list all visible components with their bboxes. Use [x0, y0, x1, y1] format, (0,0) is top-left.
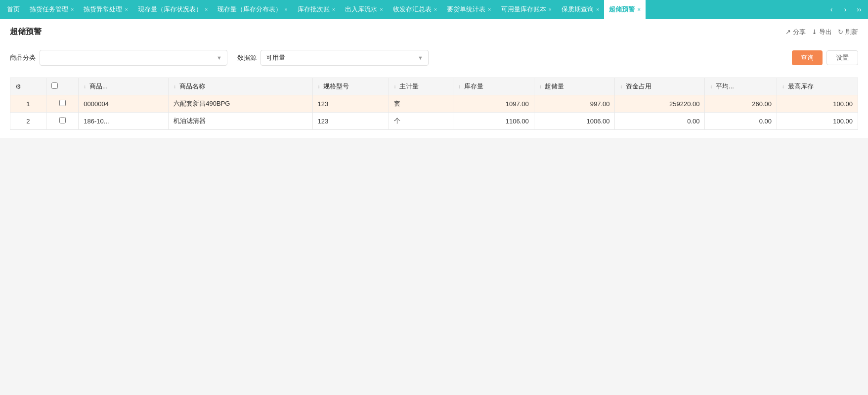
sort-icon: ↕	[174, 84, 176, 89]
nav-item-stock-dist[interactable]: 现存量（库存分布表） ×	[213, 0, 292, 19]
row-capital: 259220.00	[615, 95, 705, 113]
datasource-filter: 数据源 可用量 ▼	[237, 50, 429, 66]
nav-bar: 首页 拣货任务管理 × 拣货异常处理 × 现存量（库存状况表） × 现存量（库存…	[0, 0, 868, 19]
nav-item-order-stats[interactable]: 要货单统计表 ×	[442, 0, 496, 19]
row-checkbox-cell[interactable]	[46, 95, 79, 113]
table-row: 2 186-10... 机油滤清器 123 个 1106.00 1006.00 …	[10, 113, 858, 130]
row-checkbox-cell[interactable]	[46, 113, 79, 130]
sort-icon: ↕	[318, 84, 320, 89]
datasource-select-value: 可用量	[266, 53, 285, 62]
col-header-stock[interactable]: ↕ 库存量	[453, 78, 534, 95]
sort-icon: ↕	[84, 84, 86, 89]
row-over: 1006.00	[534, 113, 615, 130]
nav-item-stock-status[interactable]: 现存量（库存状况表） ×	[133, 0, 213, 19]
close-icon[interactable]: ×	[488, 6, 491, 12]
row-index: 2	[10, 113, 46, 130]
nav-item-home[interactable]: 首页	[2, 0, 25, 19]
settings-button[interactable]: 设置	[826, 50, 858, 65]
refresh-icon: ↻	[838, 28, 843, 36]
row-unit: 套	[389, 95, 453, 113]
col-header-over[interactable]: ↕ 超储量	[534, 78, 615, 95]
row-name: 六配套新昌490BPG	[169, 95, 312, 113]
category-label: 商品分类	[10, 53, 36, 62]
nav-item-batch[interactable]: 库存批次账 ×	[293, 0, 340, 19]
category-select[interactable]: ▼	[40, 50, 227, 66]
page-header: 超储预警 ↗ 分享 ⤓ 导出 ↻ 刷新	[10, 27, 858, 37]
row-over: 997.00	[534, 95, 615, 113]
row-name: 机油滤清器	[169, 113, 312, 130]
close-icon[interactable]: ×	[284, 6, 287, 12]
row-capital: 0.00	[615, 113, 705, 130]
close-icon[interactable]: ×	[332, 6, 335, 12]
nav-item-expiry[interactable]: 保质期查询 ×	[557, 0, 604, 19]
gear-icon[interactable]: ⚙	[15, 83, 21, 90]
header-actions: ↗ 分享 ⤓ 导出 ↻ 刷新	[785, 28, 858, 37]
nav-expand-button[interactable]: ››	[852, 0, 866, 19]
col-header-code[interactable]: ↕ 商品...	[79, 78, 169, 95]
query-button[interactable]: 查询	[792, 50, 823, 65]
main-content: 超储预警 ↗ 分享 ⤓ 导出 ↻ 刷新 商品分类 ▼ 数据源	[0, 19, 868, 138]
nav-prev-button[interactable]: ‹	[825, 0, 838, 19]
row-checkbox[interactable]	[59, 100, 66, 106]
close-icon[interactable]: ×	[125, 6, 128, 12]
page-title: 超储预警	[10, 27, 42, 37]
share-button[interactable]: ↗ 分享	[785, 28, 806, 37]
sort-icon: ↕	[539, 84, 542, 89]
col-header-checkbox[interactable]	[46, 78, 79, 95]
col-header-name[interactable]: ↕ 商品名称	[169, 78, 312, 95]
close-icon[interactable]: ×	[637, 6, 640, 12]
nav-item-inout[interactable]: 出入库流水 ×	[340, 0, 388, 19]
share-icon: ↗	[785, 28, 791, 36]
filter-actions: 查询 设置	[792, 50, 858, 65]
row-avg: 0.00	[705, 113, 777, 130]
row-stock: 1097.00	[453, 95, 534, 113]
close-icon[interactable]: ×	[596, 6, 599, 12]
row-spec: 123	[312, 95, 389, 113]
col-header-spec[interactable]: ↕ 规格型号	[312, 78, 389, 95]
nav-item-exception[interactable]: 拣货异常处理 ×	[79, 0, 132, 19]
export-button[interactable]: ⤓ 导出	[812, 28, 832, 37]
col-header-settings[interactable]: ⚙	[10, 78, 46, 95]
nav-arrows: ‹ › ››	[825, 0, 866, 19]
col-header-unit[interactable]: ↕ 主计量	[389, 78, 453, 95]
select-all-checkbox[interactable]	[51, 82, 58, 89]
row-checkbox[interactable]	[59, 117, 66, 123]
nav-item-summary[interactable]: 收发存汇总表 ×	[388, 0, 442, 19]
col-header-max[interactable]: ↕ 最高库存	[777, 78, 858, 95]
filter-row: 商品分类 ▼ 数据源 可用量 ▼ 查询 设置	[10, 45, 858, 71]
datasource-label: 数据源	[237, 53, 257, 62]
nav-item-task[interactable]: 拣货任务管理 ×	[25, 0, 79, 19]
chevron-down-icon: ▼	[217, 55, 222, 61]
sort-icon: ↕	[710, 84, 712, 89]
row-avg: 260.00	[705, 95, 777, 113]
sort-icon: ↕	[782, 84, 784, 89]
close-icon[interactable]: ×	[205, 6, 208, 12]
refresh-button[interactable]: ↻ 刷新	[838, 28, 858, 37]
row-spec: 123	[312, 113, 389, 130]
datasource-select[interactable]: 可用量 ▼	[260, 50, 429, 66]
row-stock: 1106.00	[453, 113, 534, 130]
sort-icon: ↕	[394, 84, 396, 89]
table-row: 1 0000004 六配套新昌490BPG 123 套 1097.00 997.…	[10, 95, 858, 113]
nav-item-available[interactable]: 可用量库存账本 ×	[496, 0, 557, 19]
row-code: 186-10...	[79, 113, 169, 130]
col-header-capital[interactable]: ↕ 资金占用	[615, 78, 705, 95]
nav-next-button[interactable]: ›	[838, 0, 852, 19]
close-icon[interactable]: ×	[380, 6, 383, 12]
nav-item-overstock[interactable]: 超储预警 ×	[604, 0, 645, 19]
sort-icon: ↕	[458, 84, 461, 89]
row-code: 0000004	[79, 95, 169, 113]
export-icon: ⤓	[812, 28, 817, 36]
category-filter: 商品分类 ▼	[10, 50, 227, 66]
row-index: 1	[10, 95, 46, 113]
data-table: ⚙ ↕ 商品... ↕ 商品名称 ↕ 规格型号 ↕	[10, 78, 858, 130]
chevron-down-icon: ▼	[418, 55, 423, 61]
col-header-avg[interactable]: ↕ 平均...	[705, 78, 777, 95]
row-max: 100.00	[777, 113, 858, 130]
row-unit: 个	[389, 113, 453, 130]
close-icon[interactable]: ×	[549, 6, 552, 12]
row-max: 100.00	[777, 95, 858, 113]
sort-icon: ↕	[620, 84, 622, 89]
close-icon[interactable]: ×	[71, 6, 74, 12]
close-icon[interactable]: ×	[434, 6, 437, 12]
